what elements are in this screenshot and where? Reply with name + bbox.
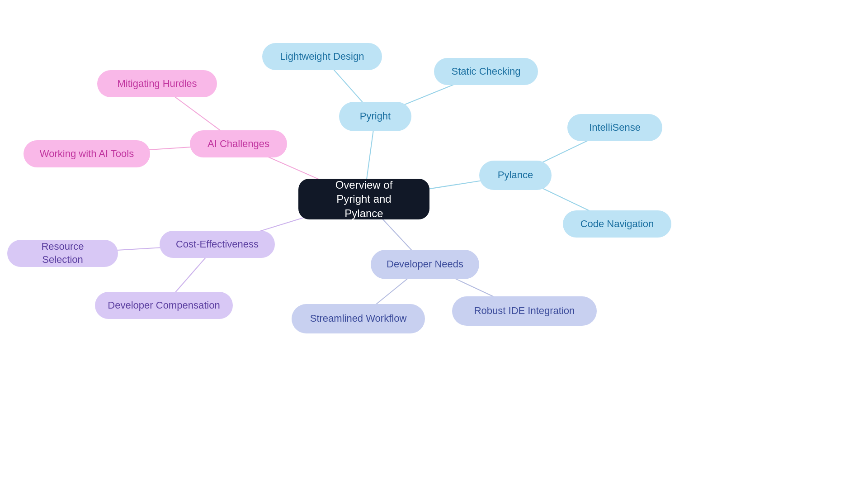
robust-ide-node: Robust IDE Integration xyxy=(452,296,597,326)
developer-needs-node: Developer Needs xyxy=(371,250,479,279)
static-label: Static Checking xyxy=(452,65,521,78)
pylance-node: Pylance xyxy=(479,161,552,190)
center-node: Overview of Pyright andPylance xyxy=(298,179,429,219)
center-label: Overview of Pyright andPylance xyxy=(320,178,408,220)
dev-comp-label: Developer Compensation xyxy=(108,299,220,312)
mitigating-hurdles-node: Mitigating Hurdles xyxy=(97,70,217,97)
code-navigation-node: Code Navigation xyxy=(563,210,671,238)
working-ai-label: Working with AI Tools xyxy=(40,147,134,161)
ai-challenges-node: AI Challenges xyxy=(190,130,287,157)
working-ai-node: Working with AI Tools xyxy=(24,140,150,167)
developer-compensation-node: Developer Compensation xyxy=(95,292,233,319)
static-checking-node: Static Checking xyxy=(434,58,538,85)
intellisense-node: IntelliSense xyxy=(567,114,662,141)
lightweight-node: Lightweight Design xyxy=(262,43,382,70)
streamlined-workflow-node: Streamlined Workflow xyxy=(292,304,425,333)
pylance-label: Pylance xyxy=(498,169,533,182)
pyright-node: Pyright xyxy=(339,102,411,131)
ai-challenges-label: AI Challenges xyxy=(208,138,269,151)
pyright-label: Pyright xyxy=(360,110,391,123)
robust-label: Robust IDE Integration xyxy=(474,304,575,318)
streamlined-label: Streamlined Workflow xyxy=(310,312,407,325)
resource-label: Resource Selection xyxy=(20,240,105,266)
intellisense-label: IntelliSense xyxy=(589,121,641,134)
lightweight-label: Lightweight Design xyxy=(280,50,364,63)
resource-selection-node: Resource Selection xyxy=(7,240,118,267)
mitigating-label: Mitigating Hurdles xyxy=(117,77,197,90)
cost-effectiveness-node: Cost-Effectiveness xyxy=(160,231,275,258)
cost-label: Cost-Effectiveness xyxy=(176,238,259,251)
dev-needs-label: Developer Needs xyxy=(387,258,463,271)
codenav-label: Code Navigation xyxy=(580,218,654,231)
